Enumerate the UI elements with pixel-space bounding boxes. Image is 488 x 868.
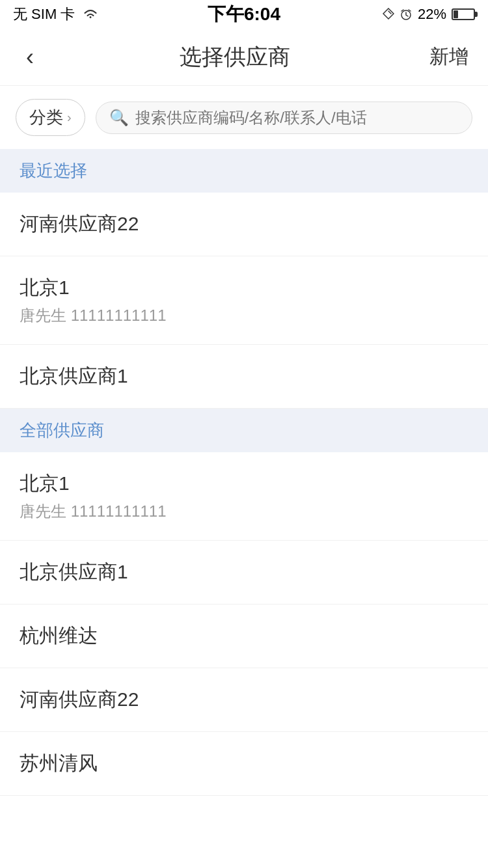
category-label: 分类 [29, 106, 63, 129]
item-name: 北京供应商1 [20, 559, 468, 586]
item-sub: 唐先生 11111111111 [20, 501, 468, 522]
recent-section-label: 最近选择 [20, 161, 87, 180]
item-name: 北京1 [20, 275, 468, 301]
page-title: 选择供应商 [180, 42, 290, 72]
recent-section-header: 最近选择 [0, 149, 488, 193]
search-icon: 🔍 [109, 109, 129, 127]
list-item[interactable]: 河南供应商22 [0, 668, 488, 732]
list-item[interactable]: 北京1唐先生 11111111111 [0, 256, 488, 345]
all-list: 北京1唐先生 11111111111北京供应商1杭州维达河南供应商22苏州清风 [0, 452, 488, 796]
status-time: 下午6:04 [208, 2, 280, 27]
status-left: 无 SIM 卡 [13, 5, 100, 24]
battery-icon [452, 8, 475, 20]
status-bar: 无 SIM 卡 下午6:04 22% [0, 0, 488, 29]
add-button[interactable]: 新增 [429, 44, 468, 70]
wifi-icon [81, 8, 100, 21]
nav-bar: ‹ 选择供应商 新增 [0, 29, 488, 86]
all-section-label: 全部供应商 [20, 420, 104, 440]
item-name: 北京1 [20, 470, 468, 497]
search-box[interactable]: 🔍 [96, 102, 472, 134]
filter-bar: 分类 › 🔍 [0, 86, 488, 149]
location-icon [383, 8, 394, 21]
recent-list: 河南供应商22北京1唐先生 11111111111北京供应商1 [0, 193, 488, 409]
alarm-icon [400, 8, 413, 21]
status-right: 22% [383, 6, 475, 23]
item-name: 河南供应商22 [20, 211, 468, 237]
list-item[interactable]: 北京供应商1 [0, 541, 488, 604]
category-button[interactable]: 分类 › [16, 99, 85, 136]
item-name: 杭州维达 [20, 623, 468, 649]
search-input[interactable] [135, 109, 459, 127]
battery-percentage: 22% [418, 6, 446, 23]
list-item[interactable]: 北京供应商1 [0, 345, 488, 409]
chevron-right-icon: › [67, 110, 72, 125]
item-sub: 唐先生 11111111111 [20, 305, 468, 326]
item-name: 苏州清风 [20, 750, 468, 777]
all-section-header: 全部供应商 [0, 409, 488, 452]
list-item[interactable]: 杭州维达 [0, 604, 488, 668]
carrier-text: 无 SIM 卡 [13, 5, 75, 24]
back-button[interactable]: ‹ [20, 37, 40, 77]
item-name: 北京供应商1 [20, 363, 468, 390]
list-item[interactable]: 河南供应商22 [0, 193, 488, 256]
item-name: 河南供应商22 [20, 686, 468, 713]
list-item[interactable]: 北京1唐先生 11111111111 [0, 452, 488, 541]
list-item[interactable]: 苏州清风 [0, 732, 488, 796]
